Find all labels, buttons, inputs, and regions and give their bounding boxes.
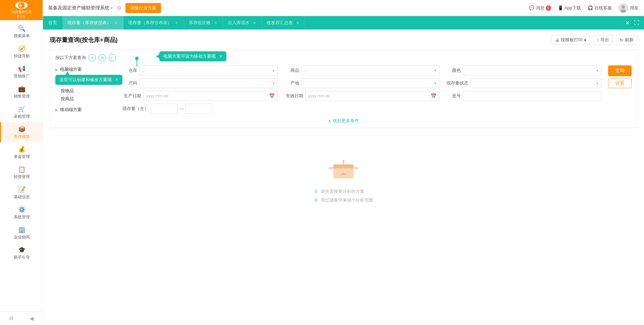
stock-status-select[interactable]: ▾ bbox=[470, 78, 601, 88]
tab-inout-flow[interactable]: 出入库流水 ✕ bbox=[223, 16, 262, 30]
batch-input[interactable] bbox=[463, 91, 601, 101]
expiry-date-input[interactable]: yyyy-mm-dd 📅 bbox=[305, 91, 440, 101]
goods-input[interactable]: ... ▾ bbox=[301, 65, 440, 75]
color-label: 颜色 bbox=[446, 67, 461, 73]
print-btn[interactable]: 🖨 按模板打印 ▾ bbox=[551, 35, 590, 45]
svg-point-3 bbox=[622, 5, 625, 9]
industry-btn[interactable]: 体验行业方案 bbox=[125, 3, 161, 13]
search-btn-area bbox=[446, 104, 601, 114]
warehouse-arrow: ▾ bbox=[273, 68, 275, 73]
empty-illustration bbox=[327, 155, 360, 182]
tooltip2-close[interactable]: ✕ bbox=[115, 77, 118, 82]
tab-inventory-batch[interactable]: 库存批次账 ✕ bbox=[184, 16, 223, 30]
tab-inventory-dist-close[interactable]: ✕ bbox=[174, 20, 179, 25]
tab-inventory-dist-label: 现存量（库存分布表） bbox=[128, 20, 172, 26]
tooltip1-close[interactable]: ✕ bbox=[219, 54, 222, 59]
sidebar-item-system-label: 系统管理 bbox=[14, 214, 30, 220]
filter-back-btn[interactable]: ← bbox=[109, 54, 116, 61]
origin-select[interactable]: ▾ bbox=[301, 78, 440, 88]
tab-receive-summary-close[interactable]: ✕ bbox=[295, 20, 300, 25]
tab-inventory-dist[interactable]: 现存量（库存分布表） ✕ bbox=[123, 16, 184, 30]
filter-prod-date: 生产日期 yyyy-mm-dd 📅 bbox=[122, 91, 278, 101]
export-label: 导出 bbox=[600, 37, 609, 43]
scheme-mobile[interactable]: ▶ 移动端方案 bbox=[55, 106, 116, 114]
warehouse-label: 仓库 bbox=[122, 67, 137, 73]
message-btn[interactable]: 💬 消息 6 bbox=[529, 5, 551, 11]
svg-point-10 bbox=[341, 171, 342, 172]
size-select[interactable]: ▾ bbox=[139, 78, 278, 88]
sidebar-item-finance[interactable]: 💰 资金管理 bbox=[0, 142, 43, 162]
app-download-btn[interactable]: 📱 App下载 bbox=[558, 5, 581, 11]
range-separator: — bbox=[179, 106, 184, 112]
sidebar-collapse-btn[interactable]: ◀ bbox=[30, 315, 34, 322]
sidebar-item-purchase[interactable]: 🛒 采购管理 bbox=[0, 102, 43, 122]
tab-inout-flow-close[interactable]: ✕ bbox=[252, 20, 257, 25]
color-select[interactable]: ▾ bbox=[463, 65, 601, 75]
page-area: 现存量查询(按仓库+商品) 🖨 按模板打印 ▾ ↑ 导出 ↻ 刷新 bbox=[43, 30, 644, 325]
scheme-item-wupin[interactable]: 按物品 bbox=[61, 87, 116, 95]
sidebar-item-marketing[interactable]: 📢 营销推广 bbox=[0, 62, 43, 82]
tab-home[interactable]: 首页 bbox=[43, 16, 63, 30]
sidebar-item-guide[interactable]: 🎓 新手引导 bbox=[0, 243, 43, 263]
filter-copy-btn[interactable]: ⊙ bbox=[99, 54, 106, 61]
system-name: 装备及固定资产辅助管理系统 bbox=[48, 5, 109, 11]
empty-step1: ① bbox=[314, 189, 318, 194]
tab-inventory-batch-close[interactable]: ✕ bbox=[213, 20, 218, 25]
sidebar-item-inventory[interactable]: 📦 库存核算 bbox=[0, 122, 43, 142]
graduation-icon: 🎓 bbox=[18, 246, 25, 254]
collapse-more-btn[interactable]: ∧ 收起更多条件 bbox=[55, 118, 632, 124]
sidebar-item-search[interactable]: 🔍 搜索菜单 bbox=[0, 21, 43, 42]
tab-inventory-status-close[interactable]: ✕ bbox=[113, 20, 118, 25]
sidebar-bottom: ⚙ ◀ bbox=[0, 312, 43, 325]
sidebar-item-enterprise[interactable]: 🏢 企业协同 bbox=[0, 223, 43, 243]
svg-point-13 bbox=[342, 160, 344, 162]
export-btn[interactable]: ↑ 导出 bbox=[593, 35, 613, 45]
sidebar-item-search-label: 搜索菜单 bbox=[14, 33, 30, 39]
svg-point-7 bbox=[339, 168, 348, 177]
username: 用友 bbox=[630, 5, 639, 11]
sidebar-item-system[interactable]: ⚙️ 系统管理 bbox=[0, 203, 43, 223]
sidebar-item-quick[interactable]: 🧭 快捷导航 bbox=[0, 42, 43, 62]
stock-main-to[interactable] bbox=[185, 104, 212, 114]
sidebar-item-operation[interactable]: 📋 经营管理 bbox=[0, 162, 43, 182]
search-btn[interactable]: 查询 bbox=[608, 65, 632, 76]
support-btn[interactable]: 🎧 在线客服 bbox=[588, 5, 612, 11]
notepad-icon: 📝 bbox=[18, 186, 25, 193]
warehouse-input[interactable]: ... ▾ bbox=[139, 65, 278, 75]
collapse-arrow-icon: ∧ bbox=[328, 118, 331, 123]
empty-state: ① 请先选择要分析的方案 ② 用过滤条件来缩小分析范围 bbox=[50, 128, 637, 231]
sidebar-settings-btn[interactable]: ⚙ bbox=[9, 315, 14, 322]
sidebar-item-basic[interactable]: 📝 基础信息 bbox=[0, 182, 43, 203]
scheme-item-shangpin[interactable]: 按商品 bbox=[61, 95, 116, 103]
prod-date-input[interactable]: yyyy-mm-dd 📅 bbox=[143, 91, 278, 101]
refresh-btn[interactable]: ↻ 刷新 bbox=[616, 35, 637, 45]
message-badge: 6 bbox=[546, 5, 551, 11]
reset-btn[interactable]: 设置 bbox=[608, 78, 632, 88]
stock-main-from[interactable] bbox=[151, 104, 177, 114]
tab-close-all-btn[interactable]: ✕ bbox=[623, 19, 631, 27]
tab-inventory-status[interactable]: 现存量（库存状况表） ✕ bbox=[63, 16, 123, 30]
system-name-dropdown[interactable]: 装备及固定资产辅助管理系统 ▾ bbox=[48, 5, 113, 11]
page-actions: 🖨 按模板打印 ▾ ↑ 导出 ↻ 刷新 bbox=[551, 35, 638, 45]
tab-receive-summary[interactable]: 收发存汇总表 ✕ bbox=[262, 16, 305, 30]
sidebar-item-guide-label: 新手引导 bbox=[14, 255, 30, 260]
tooltip1-text: 电脑方案可设为移动方案哦 bbox=[163, 53, 216, 59]
triangle-icon: ▶ bbox=[55, 68, 58, 71]
filter-size: 尺码 ▾ bbox=[122, 78, 278, 88]
user-area: 用友 bbox=[619, 3, 639, 13]
tab-expand-btn[interactable]: ⛶ bbox=[633, 19, 641, 27]
batch-label: 批号 bbox=[446, 93, 461, 99]
action-buttons: 查询 设置 bbox=[608, 65, 632, 114]
sidebar-item-sales[interactable]: 💼 销售管理 bbox=[0, 82, 43, 102]
empty-hint2: ② 用过滤条件来缩小分析范围 bbox=[314, 196, 373, 205]
scheme-desktop[interactable]: ▶ 电脑端方案 bbox=[55, 65, 116, 73]
tab-bar-end: ✕ ⛶ bbox=[620, 16, 644, 30]
scheme-item-shangpin-label: 按商品 bbox=[61, 96, 74, 102]
filter-row2: 尺码 ▾ 产地 ▾ bbox=[122, 78, 601, 88]
header-settings-icon[interactable]: ⚙ bbox=[117, 5, 121, 11]
sidebar-item-inventory-label: 库存核算 bbox=[14, 134, 30, 140]
filter-add-btn[interactable]: + bbox=[89, 54, 96, 61]
refresh-label: 刷新 bbox=[625, 37, 634, 43]
filter-origin: 产地 ▾ bbox=[284, 78, 440, 88]
calendar-icon: 📅 bbox=[269, 93, 275, 99]
